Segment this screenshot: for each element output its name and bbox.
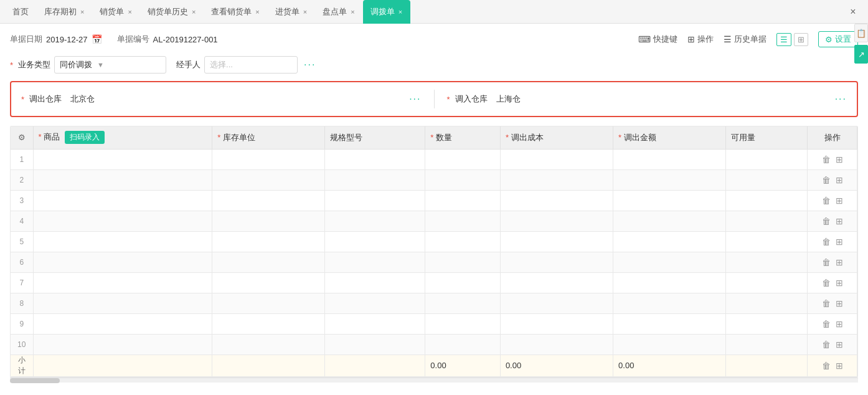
row-cost[interactable] (500, 334, 613, 355)
copy-row-icon[interactable]: ⊞ (836, 216, 843, 226)
row-amount[interactable] (613, 272, 726, 293)
row-amount[interactable] (613, 334, 726, 355)
row-amount[interactable] (613, 313, 726, 334)
tab-stocktake[interactable]: 盘点单 × (315, 0, 362, 24)
row-product[interactable] (33, 252, 212, 272)
row-amount[interactable] (613, 252, 726, 272)
tab-view-sales-close[interactable]: × (255, 8, 259, 16)
row-amount[interactable] (613, 231, 726, 252)
tab-view-sales[interactable]: 查看销货单 × (204, 0, 267, 24)
tab-sales-history[interactable]: 销货单历史 × (140, 0, 204, 24)
row-product[interactable] (33, 211, 212, 231)
tab-purchase-order-close[interactable]: × (303, 8, 307, 16)
row-cost[interactable] (500, 313, 613, 334)
row-spec[interactable] (325, 252, 425, 272)
row-spec[interactable] (325, 231, 425, 252)
row-cost[interactable] (500, 149, 613, 169)
copy-row-icon[interactable]: ⊞ (836, 196, 843, 206)
row-unit[interactable] (212, 169, 325, 190)
tab-sales-order-close[interactable]: × (128, 8, 131, 16)
copy-row-icon[interactable]: ⊞ (836, 155, 843, 164)
copy-row-icon[interactable]: ⊞ (836, 237, 843, 247)
tab-purchase-order[interactable]: 进货单 × (268, 0, 315, 24)
row-cost[interactable] (500, 252, 613, 272)
row-unit[interactable] (212, 149, 325, 169)
row-qty[interactable] (425, 149, 501, 169)
row-cost[interactable] (500, 169, 613, 190)
delete-row-icon[interactable]: 🗑 (822, 340, 831, 350)
row-unit[interactable] (212, 293, 325, 313)
row-unit[interactable] (212, 313, 325, 334)
row-amount[interactable] (613, 211, 726, 231)
row-spec[interactable] (325, 169, 425, 190)
tab-home[interactable]: 首页 (5, 0, 37, 24)
calendar-icon[interactable]: 📅 (92, 34, 102, 44)
grid-view-icon[interactable]: ⊞ (794, 33, 808, 46)
scan-button[interactable]: 扫码录入 (65, 131, 105, 144)
row-qty[interactable] (425, 190, 501, 211)
row-qty[interactable] (425, 293, 501, 313)
person-input[interactable]: 选择... (204, 56, 298, 74)
tab-sales-order[interactable]: 销货单 × (92, 0, 139, 24)
delete-row-icon[interactable]: 🗑 (822, 319, 831, 329)
delete-row-icon[interactable]: 🗑 (822, 298, 831, 308)
row-product[interactable] (33, 313, 212, 334)
row-unit[interactable] (212, 272, 325, 293)
delete-row-icon[interactable]: 🗑 (822, 175, 831, 185)
row-product[interactable] (33, 293, 212, 313)
row-spec[interactable] (325, 272, 425, 293)
delete-row-icon[interactable]: 🗑 (822, 216, 831, 226)
window-close-button[interactable]: × (843, 2, 863, 22)
tab-transfer-close[interactable]: × (399, 8, 402, 16)
row-cost[interactable] (500, 231, 613, 252)
copy-icon[interactable]: ⊞ (836, 361, 843, 371)
sidebar-doc-icon[interactable]: 📋 (854, 24, 868, 42)
row-amount[interactable] (613, 293, 726, 313)
row-unit[interactable] (212, 211, 325, 231)
tab-stocktake-close[interactable]: × (351, 8, 354, 16)
row-unit[interactable] (212, 334, 325, 355)
copy-row-icon[interactable]: ⊞ (836, 175, 843, 185)
row-qty[interactable] (425, 211, 501, 231)
row-product[interactable] (33, 149, 212, 169)
row-qty[interactable] (425, 334, 501, 355)
row-amount[interactable] (613, 149, 726, 169)
delete-row-icon[interactable]: 🗑 (822, 237, 831, 247)
row-spec[interactable] (325, 211, 425, 231)
biz-type-select[interactable]: 同价调拨 ▼ (54, 56, 166, 74)
row-qty[interactable] (425, 169, 501, 190)
history-button[interactable]: ☰ 历史单据 (724, 34, 767, 45)
row-unit[interactable] (212, 231, 325, 252)
transfer-in-more-icon[interactable]: ··· (835, 93, 847, 105)
row-product[interactable] (33, 169, 212, 190)
tab-inventory-init[interactable]: 库存期初 × (37, 0, 92, 24)
row-spec[interactable] (325, 190, 425, 211)
tab-transfer[interactable]: 调拨单 × (363, 0, 410, 24)
row-cost[interactable] (500, 211, 613, 231)
row-spec[interactable] (325, 313, 425, 334)
person-more-icon[interactable]: ··· (304, 59, 316, 70)
shortcuts-button[interactable]: ⌨ 快捷键 (638, 34, 677, 45)
row-qty[interactable] (425, 272, 501, 293)
row-cost[interactable] (500, 190, 613, 211)
delete-row-icon[interactable]: 🗑 (822, 257, 831, 267)
row-qty[interactable] (425, 252, 501, 272)
row-spec[interactable] (325, 334, 425, 355)
row-product[interactable] (33, 190, 212, 211)
row-product[interactable] (33, 231, 212, 252)
th-settings[interactable]: ⚙ (11, 126, 33, 149)
tab-inventory-init-close[interactable]: × (80, 8, 84, 16)
scrollbar-thumb[interactable] (10, 378, 60, 383)
copy-row-icon[interactable]: ⊞ (836, 278, 843, 288)
row-cost[interactable] (500, 272, 613, 293)
row-product[interactable] (33, 272, 212, 293)
copy-row-icon[interactable]: ⊞ (836, 319, 843, 329)
row-product[interactable] (33, 334, 212, 355)
row-amount[interactable] (613, 190, 726, 211)
operations-button[interactable]: ⊞ 操作 (687, 34, 714, 45)
copy-row-icon[interactable]: ⊞ (836, 340, 843, 350)
delete-row-icon[interactable]: 🗑 (822, 278, 831, 288)
horizontal-scrollbar[interactable] (10, 378, 858, 383)
settings-button[interactable]: ⚙ 设置 (818, 31, 858, 47)
row-spec[interactable] (325, 293, 425, 313)
